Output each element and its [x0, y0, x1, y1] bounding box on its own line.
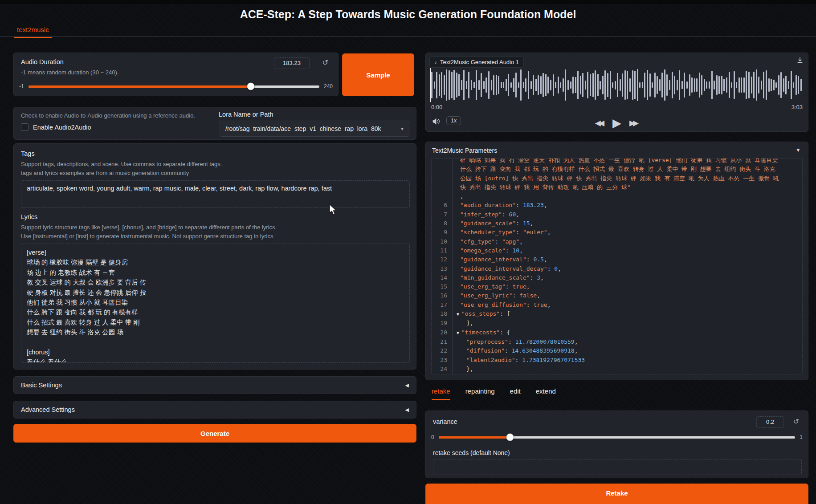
- json-token: : {: [500, 329, 510, 336]
- waveform-bar: [453, 70, 455, 100]
- json-wrapped-text: 公园 场 [outro] 快 秀出 指尖 转球 砰 快 秀出 指尖 转球 砰 如…: [460, 175, 779, 182]
- rewind-icon[interactable]: ◀◀: [595, 118, 604, 128]
- waveform-bar: [679, 70, 680, 100]
- retake-seeds-input[interactable]: [433, 459, 802, 475]
- waveform[interactable]: [431, 68, 803, 102]
- variance-min: 0: [431, 434, 434, 440]
- lyrics-line: 什么 招式 最 喜欢 转身 过 人 柔中 带 刚: [27, 317, 404, 327]
- accordion-arrow-icon: ◀: [405, 382, 409, 388]
- json-line-content: "use_erg_tag": true,: [453, 282, 530, 291]
- download-icon[interactable]: [796, 57, 804, 65]
- json-line-content: ],: [453, 319, 473, 328]
- audio-duration-slider[interactable]: -1 240: [19, 83, 333, 89]
- waveform-bar: [714, 81, 715, 89]
- current-time: 0:00: [431, 104, 442, 110]
- json-line: 16"use_erg_lyric": false,: [432, 291, 802, 300]
- tab-edit[interactable]: edit: [510, 387, 521, 400]
- waveform-cursor[interactable]: [430, 68, 431, 102]
- waveform-bar: [503, 82, 504, 88]
- tab-text2music[interactable]: text2music: [14, 26, 52, 38]
- waveform-bar: [672, 72, 673, 99]
- json-collapse-icon[interactable]: ▼: [457, 312, 459, 317]
- collapse-icon[interactable]: ▼: [796, 147, 801, 153]
- waveform-bar: [659, 79, 661, 91]
- waveform-bar: [468, 72, 469, 99]
- audio-duration-value[interactable]: 183.23: [274, 57, 310, 69]
- json-token: ,: [544, 256, 547, 263]
- json-line-content: ,: [453, 192, 464, 201]
- tab-repainting[interactable]: repainting: [465, 387, 495, 400]
- variance-reset-icon[interactable]: ↺: [793, 417, 799, 426]
- waveform-bar: [753, 72, 755, 99]
- json-token: :: [495, 238, 502, 245]
- waveform-bar: [491, 80, 492, 90]
- json-line-number: 10: [432, 237, 453, 246]
- json-viewer[interactable]: 砰 嘀咕 如果 我 有 滞空 逆天 补扣 为人 热血 不怂 一生 傲骨 吼 [v…: [431, 158, 803, 374]
- json-line: 8"guidance_scale": 15,: [432, 219, 802, 228]
- waveform-bar: [553, 74, 554, 95]
- waveform-bar: [751, 77, 752, 94]
- json-collapse-icon[interactable]: ▼: [457, 330, 459, 335]
- waveform-bar: [783, 78, 784, 92]
- basic-settings-accordion[interactable]: Basic Settings ◀: [13, 376, 416, 394]
- json-line-number: 17: [432, 301, 453, 309]
- generate-button[interactable]: Generate: [13, 424, 416, 443]
- audio-duration-reset-icon[interactable]: ↺: [322, 58, 328, 67]
- waveform-bar: [498, 76, 499, 94]
- json-token: "omega_scale": [460, 247, 506, 254]
- time-row: 0:00 3:03: [431, 104, 803, 110]
- waveform-bar: [778, 75, 779, 95]
- audio2audio-panel: Check to enable Audio-to-Audio generatio…: [13, 107, 416, 140]
- audio-duration-label: Audio Duration: [21, 58, 64, 65]
- forward-icon[interactable]: ▶▶: [629, 118, 639, 128]
- json-line: 23"latent2audio": 1.7381927967071533: [432, 356, 802, 365]
- waveform-bar: [496, 75, 497, 95]
- retake-button[interactable]: Retake: [425, 484, 808, 504]
- lyrics-line: 球场 的 橡胶味 弥漫 隔壁 是 健身房: [27, 257, 404, 267]
- json-line-number: [432, 165, 453, 174]
- sample-button[interactable]: Sample: [342, 53, 414, 96]
- mouse-cursor: [329, 204, 339, 217]
- json-token: ,: [530, 220, 534, 227]
- play-icon[interactable]: ▶: [612, 116, 621, 130]
- waveform-bar: [585, 81, 586, 90]
- variance-track[interactable]: [439, 436, 796, 439]
- main-tabbar: text2music: [0, 26, 816, 37]
- tags-textarea[interactable]: articulate, spoken word, young adult, wa…: [21, 180, 410, 208]
- json-line-content: "guidance_interval": 0.5,: [453, 255, 547, 264]
- audio2audio-checkbox-row[interactable]: Enable Audio2Audio: [21, 123, 91, 131]
- json-token: false: [519, 292, 537, 299]
- advanced-settings-accordion[interactable]: Advanced Settings ◀: [13, 401, 416, 419]
- variance-thumb[interactable]: [506, 434, 514, 441]
- tab-retake[interactable]: retake: [432, 387, 450, 400]
- variance-slider[interactable]: 0 1: [431, 434, 803, 440]
- json-token: true: [533, 301, 547, 308]
- json-token: ,: [558, 265, 561, 272]
- waveform-bar: [622, 73, 623, 97]
- waveform-bar: [642, 82, 643, 88]
- variance-value[interactable]: 0.2: [756, 416, 784, 428]
- waveform-bar: [657, 76, 658, 94]
- waveform-bar: [444, 75, 445, 95]
- tab-extend[interactable]: extend: [536, 387, 556, 400]
- waveform-bar: [471, 80, 472, 89]
- waveform-bar: [637, 69, 638, 101]
- waveform-bar: [530, 81, 532, 89]
- json-token: 10: [512, 247, 519, 254]
- lyrics-textarea[interactable]: [verse]球场 的 橡胶味 弥漫 隔壁 是 健身房场 边上 的 老教练 战术…: [21, 244, 410, 363]
- audio-duration-track[interactable]: [29, 85, 319, 88]
- audio2audio-checkbox[interactable]: [21, 123, 29, 131]
- waveform-bar: [538, 75, 539, 95]
- json-line-number: 24: [432, 365, 453, 374]
- waveform-bar: [800, 79, 802, 92]
- lyrics-label: Lyrics: [21, 213, 37, 220]
- lyrics-line: 看什么 看什么: [27, 357, 404, 363]
- waveform-bar: [515, 73, 517, 98]
- audio-duration-thumb[interactable]: [247, 83, 254, 90]
- retake-seeds-label: retake seeds (default None): [433, 449, 510, 456]
- json-line-content: "use_erg_lyric": false,: [453, 291, 540, 300]
- json-line-content: 什么 胯下 跟 变向 我 都 玩 的 有模有样 什么 招式 最 喜欢 转身 过 …: [453, 165, 775, 174]
- lora-dropdown[interactable]: /root/sag_train/data/ace_step_v1_chinese…: [219, 121, 410, 137]
- waveform-bar: [592, 73, 594, 97]
- waveform-bar: [543, 73, 544, 98]
